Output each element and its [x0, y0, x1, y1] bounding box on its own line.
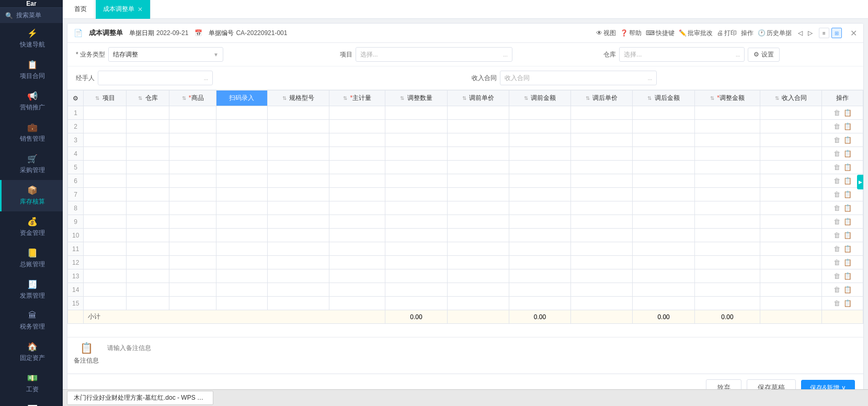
sidebar-item-payroll[interactable]: 💵 工资: [0, 368, 63, 399]
delete-row-icon[interactable]: 🗑: [833, 272, 840, 280]
print-action[interactable]: 🖨 打印: [717, 29, 737, 38]
sidebar-logo: Ear: [0, 0, 63, 8]
delete-row-icon[interactable]: 🗑: [833, 136, 840, 144]
sidebar-item-project-contract[interactable]: 📋 项目合同: [0, 54, 63, 86]
table-settings-icon[interactable]: ⚙: [73, 95, 78, 102]
tab-home[interactable]: 首页: [67, 0, 95, 19]
fixed-assets-icon: 🏠: [27, 342, 38, 352]
help-action[interactable]: ❓ 帮助: [620, 29, 642, 38]
project-input[interactable]: 选择... ...: [356, 47, 512, 62]
quick-nav-icon: ⚡: [27, 28, 38, 38]
batch-edit-action[interactable]: ✏️ 批审批改: [679, 29, 713, 38]
sidebar-item-quick-nav[interactable]: ⚡ 快速导航: [0, 23, 63, 54]
window-close-button[interactable]: ✕: [850, 28, 857, 38]
view-action[interactable]: 👁 视图: [596, 29, 616, 38]
operate-action[interactable]: 操作: [741, 29, 753, 38]
sidebar-item-tax-mgmt[interactable]: 🏛 税务管理: [0, 306, 63, 336]
project-label: 项目: [340, 50, 352, 59]
inventory-icon: 📦: [27, 185, 38, 195]
delete-row-icon[interactable]: 🗑: [833, 218, 840, 225]
sidebar-item-invoice-mgmt[interactable]: 🧾 发票管理: [0, 274, 63, 306]
delete-row-icon[interactable]: 🗑: [833, 245, 840, 253]
project-more-icon: ...: [503, 52, 507, 58]
delete-row-icon[interactable]: 🗑: [833, 286, 840, 294]
copy-row-icon[interactable]: 📋: [843, 258, 852, 266]
table-row: 11🗑📋: [68, 242, 863, 256]
warehouse-input[interactable]: 选择... ...: [619, 47, 745, 62]
copy-row-icon[interactable]: 📋: [843, 218, 852, 225]
notes-input[interactable]: [105, 342, 857, 360]
sidebar-item-capital-mgmt[interactable]: 💰 资金管理: [0, 211, 63, 243]
settings-button[interactable]: ⚙ 设置: [748, 48, 780, 62]
payroll-icon: 💵: [27, 373, 38, 383]
table-row: 13🗑📋: [68, 269, 863, 283]
copy-row-icon[interactable]: 📋: [843, 190, 852, 198]
copy-row-icon[interactable]: 📋: [843, 272, 852, 280]
copy-row-icon[interactable]: 📋: [843, 204, 852, 212]
sidebar-item-fixed-assets[interactable]: 🏠 固定资产: [0, 336, 63, 368]
sidebar-item-ledger-mgmt[interactable]: 📒 总账管理: [0, 243, 63, 274]
search-icon: 🔍: [5, 12, 13, 19]
delete-row-icon[interactable]: 🗑: [833, 109, 840, 117]
taskbar-item[interactable]: 木门行业好业财处理方案-墓红红.doc - WPS Office: [67, 391, 213, 405]
sidebar-item-ops-mgmt[interactable]: 📊 经营管理: [0, 399, 63, 406]
copy-row-icon[interactable]: 📋: [843, 150, 852, 157]
copy-row-icon[interactable]: 📋: [843, 163, 852, 171]
table-row: 15🗑📋: [68, 297, 863, 310]
delete-row-icon[interactable]: 🗑: [833, 231, 840, 239]
subtotal-label: 小计: [84, 310, 385, 324]
tab-cost-adjust[interactable]: 成本调整单 ✕: [96, 0, 151, 19]
table-row: 3🗑📋: [68, 133, 863, 147]
col-income-contract: ⇅ 收入合同: [760, 91, 822, 106]
layout-list-button[interactable]: ≡: [819, 28, 829, 38]
copy-row-icon[interactable]: 📋: [843, 286, 852, 294]
delete-row-icon[interactable]: 🗑: [833, 258, 840, 266]
sidebar-item-sales-promo[interactable]: 📢 营销推广: [0, 86, 63, 117]
nav-prev-button[interactable]: ◁: [796, 28, 805, 38]
business-type-input[interactable]: 结存调整 ▼: [108, 47, 223, 62]
right-edge-tab[interactable]: ▶: [857, 175, 863, 189]
copy-row-icon[interactable]: 📋: [843, 245, 852, 253]
sidebar-item-sales-mgmt[interactable]: 💼 销售管理: [0, 117, 63, 149]
delete-row-icon[interactable]: 🗑: [833, 204, 840, 212]
delete-row-icon[interactable]: 🗑: [833, 150, 840, 157]
copy-row-icon[interactable]: 📋: [843, 122, 852, 130]
sidebar-search[interactable]: 🔍 搜索菜单: [0, 8, 63, 23]
delete-row-icon[interactable]: 🗑: [833, 190, 840, 198]
table-row: 8🗑📋: [68, 201, 863, 215]
copy-row-icon[interactable]: 📋: [843, 177, 852, 185]
tab-close-icon[interactable]: ✕: [138, 6, 143, 13]
shortcut-icon: ⌨: [646, 29, 655, 37]
table-row: 12🗑📋: [68, 256, 863, 269]
table-container: ⚙ ⇅ 项目 ⇅ 仓库 ⇅ *商品: [67, 90, 863, 337]
copy-row-icon[interactable]: 📋: [843, 299, 852, 307]
income-contract-field: 收入合同 收入合同 ...: [472, 71, 855, 85]
sidebar-item-purchase-mgmt[interactable]: 🛒 采购管理: [0, 149, 63, 180]
calendar-icon: 📅: [195, 29, 202, 37]
shortcut-action[interactable]: ⌨ 快捷键: [646, 29, 675, 38]
doc-icon: 📄: [74, 29, 83, 37]
sidebar-item-inventory[interactable]: 📦 库存核算: [0, 180, 63, 211]
col-scan[interactable]: 扫码录入: [216, 91, 267, 106]
col-prev-price: ⇅ 调前单价: [447, 91, 509, 106]
col-action: 操作: [822, 91, 863, 106]
history-action[interactable]: 🕐 历史单据: [758, 29, 792, 38]
notes-icon-area[interactable]: 📋 备注信息: [74, 342, 99, 365]
copy-row-icon[interactable]: 📋: [843, 109, 852, 117]
subtotal-adjust-qty: 0.00: [385, 310, 447, 324]
delete-row-icon[interactable]: 🗑: [833, 177, 840, 185]
delete-row-icon[interactable]: 🗑: [833, 163, 840, 171]
nav-next-button[interactable]: ▷: [806, 28, 815, 38]
income-contract-input[interactable]: 收入合同 ...: [500, 71, 657, 85]
purchase-mgmt-icon: 🛒: [27, 154, 38, 164]
copy-row-icon[interactable]: 📋: [843, 231, 852, 239]
copy-row-icon[interactable]: 📋: [843, 136, 852, 144]
delete-row-icon[interactable]: 🗑: [833, 122, 840, 130]
col-settings[interactable]: ⚙: [68, 91, 84, 106]
layout-split-button[interactable]: ⊞: [831, 28, 842, 38]
handler-input[interactable]: ...: [98, 71, 213, 85]
ledger-mgmt-icon: 📒: [27, 248, 38, 258]
delete-row-icon[interactable]: 🗑: [833, 299, 840, 307]
subtotal-after-amount: 0.00: [633, 310, 694, 324]
tab-bar: 首页 成本调整单 ✕: [63, 0, 868, 19]
